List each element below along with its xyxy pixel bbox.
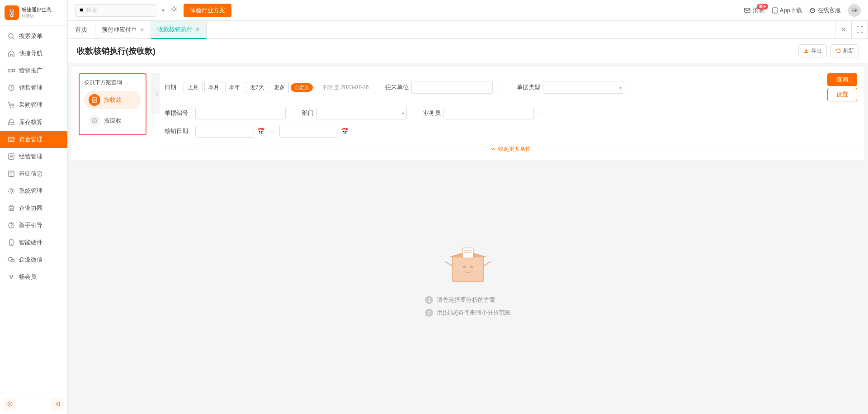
query-by-receipt[interactable]: 按收款 (84, 91, 141, 109)
doc-type-select[interactable] (543, 81, 624, 94)
doc-num-input[interactable] (195, 107, 286, 119)
svg-point-36 (812, 12, 812, 12)
page-actions: 导出 刷新 (798, 44, 859, 57)
tab-writeoff[interactable]: 收款核销执行 ✕ (151, 21, 207, 39)
empty-hint-2: 2 用[过滤]条件来缩小分析范围 (425, 309, 510, 317)
svg-point-18 (9, 188, 14, 194)
sidebar-item-inventory[interactable]: 库存核算 (0, 114, 67, 131)
date-this-year[interactable]: 本年 (225, 82, 244, 93)
filter-row-2: 单据编号 部门 ▾ 业务员 ··· (165, 107, 857, 119)
sidebar-item-member[interactable]: V 畅会员 (0, 268, 67, 286)
tab-close-all-icon[interactable]: ✕ (835, 21, 852, 39)
staff-label: 业务员 (423, 109, 441, 117)
sidebar-item-search-label: 搜索菜单 (19, 32, 42, 40)
svg-point-5 (13, 107, 14, 108)
marketing-icon (7, 67, 15, 75)
counterpart-input[interactable] (411, 81, 493, 94)
dept-select[interactable] (316, 107, 407, 119)
message-badge: 99+ (757, 4, 768, 10)
sidebar-item-inventory-label: 库存核算 (19, 118, 42, 126)
tab-prepay[interactable]: 预付冲应付单 ✕ (95, 21, 151, 39)
tab-writeoff-close-icon[interactable]: ✕ (195, 26, 200, 33)
query-type-panel: 按以下方案查询 按收款 按应收 (79, 73, 146, 135)
sidebar-settings-icon[interactable] (4, 398, 16, 410)
sidebar-item-operation[interactable]: 经营管理 (0, 148, 67, 165)
hardware-icon (7, 238, 15, 247)
sidebar-item-search[interactable]: 搜索菜单 (0, 28, 67, 45)
date-custom-badge[interactable]: 自定义 (291, 83, 313, 92)
purchase-icon (7, 101, 15, 109)
sidebar-item-finance-label: 资金管理 (19, 135, 42, 143)
date-this-month[interactable]: 本月 (204, 82, 223, 93)
sidebar-item-purchase[interactable]: 采购管理 (0, 96, 67, 114)
writeoff-date-start-cal-icon[interactable]: 📅 (257, 128, 264, 135)
staff-dots[interactable]: ··· (537, 110, 542, 117)
topbar-dropdown-icon[interactable]: ▾ (162, 7, 165, 14)
hint-text-2: 用[过滤]条件来缩小分析范围 (437, 309, 510, 317)
counterpart-dots[interactable]: ··· (495, 84, 500, 91)
sidebar-item-quick-nav[interactable]: 快捷导航 (0, 45, 67, 62)
export-button[interactable]: 导出 (798, 44, 827, 57)
svg-rect-46 (462, 248, 473, 258)
sidebar-item-hardware[interactable]: 智能硬件 (0, 234, 67, 251)
query-type-title: 按以下方案查询 (84, 79, 141, 86)
query-button[interactable]: 查询 (827, 73, 857, 86)
solution-button[interactable]: 体验行业方案 (184, 4, 231, 17)
sidebar-item-system-label: 系统管理 (19, 187, 42, 195)
sidebar-item-basic-info[interactable]: 基础信息 (0, 165, 67, 182)
user-avatar[interactable]: Rit (848, 4, 861, 17)
sidebar-item-enterprise-label: 企业协同 (19, 204, 42, 212)
date-7days[interactable]: 近7天 (246, 82, 268, 93)
filter-inner: 按以下方案查询 按收款 按应收 (79, 73, 857, 154)
doc-num-label: 单据编号 (165, 109, 188, 117)
sidebar-collapse-icon[interactable] (51, 398, 64, 410)
sidebar-item-quick-nav-label: 快捷导航 (19, 49, 42, 57)
topbar-search-box: 搜索 (75, 4, 156, 17)
staff-input[interactable] (443, 107, 534, 119)
dept-section: 部门 ▾ (302, 107, 407, 119)
app-download-button[interactable]: App下载 (772, 6, 802, 14)
query-receipt-icon (89, 94, 100, 106)
message-button[interactable]: 消息 99+ (744, 6, 764, 14)
sidebar: 🐰 畅捷通好生意 标准版 搜索菜单 快捷导航 营销推广 (0, 0, 68, 414)
sidebar-item-wechat[interactable]: 企业微信 (0, 251, 67, 268)
svg-point-22 (11, 227, 12, 228)
empty-hints: 1 请先选择要分析的方案 2 用[过滤]条件来缩小分析范围 (425, 296, 510, 317)
system-icon (7, 187, 15, 195)
query-by-receivable[interactable]: 按应收 (84, 112, 141, 130)
refresh-button[interactable]: 刷新 (830, 44, 859, 57)
collapse-more-button[interactable]: 收起更多条件 (165, 144, 857, 154)
query-setting-buttons: 查询 设置 (827, 73, 857, 101)
writeoff-date-start[interactable]: 2023-03-01 (195, 125, 254, 138)
svg-point-34 (774, 12, 775, 13)
svg-point-24 (11, 244, 12, 245)
sidebar-item-member-label: 畅会员 (19, 273, 37, 281)
sidebar-item-sales[interactable]: 销售管理 (0, 79, 67, 96)
sidebar-item-system[interactable]: 系统管理 (0, 182, 67, 200)
sidebar-item-enterprise[interactable]: 企业协同 (0, 200, 67, 217)
writeoff-date-range: 2023-03-01 📅 — 2023-07-21 📅 (195, 125, 349, 138)
svg-rect-42 (452, 257, 484, 282)
filter-row-1: 日期 上月 本月 本年 近7天 更多 自定义 不限 至 2023-07-26 往… (165, 73, 857, 101)
app-name-group: 畅捷通好生意 标准版 (22, 6, 52, 19)
date-last-month[interactable]: 上月 (184, 82, 203, 93)
date-more[interactable]: 更多 (270, 82, 289, 93)
topbar-gear-icon[interactable] (170, 5, 178, 15)
sidebar-item-finance[interactable]: 资金管理 (0, 131, 67, 148)
filter-area: 按以下方案查询 按收款 按应收 (71, 67, 864, 160)
sidebar-item-guide[interactable]: 新手引导 (0, 217, 67, 234)
hint-num-1: 1 (425, 296, 433, 304)
writeoff-date-end-cal-icon[interactable]: 📅 (341, 128, 349, 135)
svg-point-17 (10, 190, 13, 192)
panel-collapse-button[interactable]: 《 (151, 73, 160, 114)
counterpart-section: 往来单位 ··· (385, 81, 500, 94)
main-area: 搜索 ▾ 体验行业方案 消息 99+ App下载 在线客服 Rit (68, 0, 868, 414)
online-service-button[interactable]: 在线客服 (809, 6, 841, 14)
writeoff-date-end[interactable]: 2023-07-21 (279, 125, 338, 138)
setting-button[interactable]: 设置 (827, 88, 857, 101)
wechat-icon (7, 256, 15, 264)
tab-expand-icon[interactable]: ⛶ (852, 21, 868, 39)
sidebar-item-marketing[interactable]: 营销推广 (0, 62, 67, 79)
tab-home[interactable]: 首页 (68, 21, 95, 39)
tab-prepay-close-icon[interactable]: ✕ (140, 27, 144, 33)
